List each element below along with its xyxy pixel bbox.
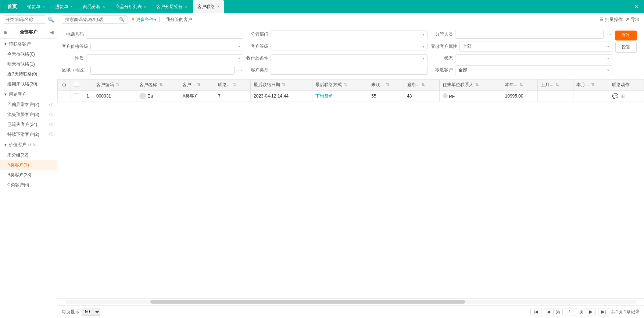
th-last-month[interactable]: 上月... ⇅ bbox=[538, 80, 573, 91]
price-level-select[interactable]: ▾ bbox=[90, 43, 243, 50]
sidebar-item-7days-contact[interactable]: 近7天待联络(0) bbox=[0, 69, 57, 79]
phone-input[interactable] bbox=[86, 30, 243, 39]
sidebar-item-class-a[interactable]: A类客户(1) bbox=[0, 160, 57, 170]
per-page-select[interactable]: 50 100 200 bbox=[82, 308, 100, 316]
sidebar-item-repurchase-anomaly[interactable]: 回购异常客户(2) ⓘ bbox=[0, 100, 57, 110]
th-type[interactable]: 客户... ⇅ bbox=[179, 80, 215, 91]
person-input[interactable] bbox=[455, 30, 604, 39]
customer-level-label: 客户等级 bbox=[246, 43, 268, 50]
th-overdue[interactable]: 逾期... ⇅ bbox=[404, 80, 440, 91]
sidebar-group-value-title[interactable]: ▼ 价值客户 ↺ ✎ bbox=[0, 139, 57, 150]
th-last-date[interactable]: 最后联络日期 ⇅ bbox=[251, 80, 312, 91]
more-conditions-button[interactable]: ▼ 更多条件 ▾ bbox=[131, 17, 156, 23]
sidebar-collapse-icon[interactable]: ◀ bbox=[50, 30, 53, 35]
export-button[interactable]: ↗ 导出 bbox=[626, 17, 640, 23]
filter-cell-status: 状态 ▾ bbox=[431, 54, 612, 62]
nav-close-product[interactable]: × bbox=[103, 5, 105, 9]
qr-icon[interactable]: ⊞ bbox=[620, 93, 625, 99]
sidebar-item-overdue-contact[interactable]: 逾期未联络(30) bbox=[0, 79, 57, 89]
edit-icon[interactable]: ✎ bbox=[32, 142, 36, 148]
grid-icon: ⊞ bbox=[4, 30, 7, 35]
last-page-button[interactable]: ▶| bbox=[598, 308, 609, 315]
sidebar-item-today-contact[interactable]: 今天待联络(0) bbox=[0, 49, 57, 59]
my-customers-checkbox[interactable]: 我分管的客户 bbox=[159, 17, 192, 23]
td-last-way[interactable]: 下销货单 bbox=[312, 91, 368, 102]
sidebar-item-churned[interactable]: 已流失客户(24) ⓘ bbox=[0, 120, 57, 130]
td-num: 1 bbox=[82, 91, 93, 102]
more-icon[interactable]: ··· bbox=[606, 32, 612, 37]
nav-product-analysis[interactable]: 商品分析 × bbox=[79, 0, 110, 13]
query-button[interactable]: 查询 bbox=[615, 31, 637, 40]
first-page-button[interactable]: |◀ bbox=[530, 308, 541, 315]
area-input[interactable] bbox=[90, 66, 235, 75]
settings-gear-icon[interactable]: ⚙ bbox=[62, 82, 67, 88]
next-page-button[interactable]: ▶ bbox=[586, 308, 596, 315]
select-all-checkbox[interactable] bbox=[74, 82, 79, 87]
nav-close-product-list[interactable]: × bbox=[144, 5, 146, 9]
status-select[interactable]: ▾ bbox=[455, 54, 612, 62]
nav-product-analysis-list[interactable]: 商品分析列表 × bbox=[111, 0, 151, 13]
prev-page-button[interactable]: ◀ bbox=[544, 308, 554, 315]
filter-row-3: 性质 ▾ 收付款条件 ▾ 状态 bbox=[62, 54, 612, 62]
nav-close-customer-tier[interactable]: × bbox=[185, 5, 187, 9]
window-close-button[interactable]: × bbox=[632, 3, 641, 10]
sidebar-item-churn-warning[interactable]: 流失预警客户(3) ⓘ bbox=[0, 110, 57, 120]
filter-search-icon[interactable]: 🔍 bbox=[119, 17, 125, 22]
nav-customer-tier[interactable]: 客户分层经营 × bbox=[152, 0, 192, 13]
payment-select[interactable]: ▾ bbox=[271, 54, 428, 62]
th-code[interactable]: 客户编码 ⇅ bbox=[93, 80, 136, 91]
nav-home[interactable]: 首页 bbox=[3, 0, 21, 13]
th-contact-action: 联络动作 bbox=[609, 80, 644, 91]
customer-type-input[interactable] bbox=[271, 66, 428, 75]
th-contacts[interactable]: 联络... ⇅ bbox=[215, 80, 251, 91]
dept-select[interactable]: ▾ bbox=[271, 31, 428, 38]
refresh-icon[interactable]: ↺ bbox=[28, 142, 32, 148]
nature-select[interactable]: ▾ bbox=[86, 54, 243, 62]
sort-icon: ⇅ bbox=[555, 82, 559, 87]
th-no-contact[interactable]: 未联... ⇅ bbox=[368, 80, 404, 91]
message-icon[interactable]: 💬 bbox=[612, 93, 618, 99]
nav-purchase-order[interactable]: 进货单 × bbox=[51, 0, 77, 13]
th-last-way[interactable]: 最后联络方式 ⇅ bbox=[312, 80, 368, 91]
nav-close-customer-contact[interactable]: × bbox=[217, 5, 219, 9]
th-this-year[interactable]: 本年... ⇅ bbox=[502, 80, 538, 91]
nav-customer-contact[interactable]: 客户联络 × bbox=[193, 0, 224, 13]
retail-attr-select[interactable]: 全部 ▾ bbox=[459, 42, 612, 52]
scrollbar-track[interactable] bbox=[65, 300, 637, 304]
sidebar-item-declining[interactable]: 持续下滑客户(2) ⓘ bbox=[0, 130, 57, 139]
nav-sales-order[interactable]: 销货单 × bbox=[23, 0, 49, 13]
sidebar-group-problem-title[interactable]: ▼ 问题客户 bbox=[0, 89, 57, 100]
customer-level-select[interactable]: ▾ bbox=[271, 43, 428, 50]
settings-button[interactable]: 设置 bbox=[615, 42, 637, 53]
nav-close-sales[interactable]: × bbox=[43, 5, 45, 9]
th-settings[interactable]: ⚙ bbox=[58, 80, 71, 91]
filter-search-input[interactable] bbox=[65, 17, 119, 22]
nav-close-purchase[interactable]: × bbox=[71, 5, 73, 9]
th-company-contact[interactable]: 往来单位联系人 ⇅ bbox=[439, 80, 502, 91]
horizontal-scrollbar[interactable] bbox=[57, 298, 644, 305]
sidebar-item-unclassified[interactable]: 未分组(32) bbox=[0, 150, 57, 160]
batch-ops-button[interactable]: ☰ 批量操作 bbox=[600, 17, 623, 23]
sidebar-search-icon[interactable]: 🔍 bbox=[48, 17, 54, 22]
th-this-month[interactable]: 本月... ⇅ bbox=[573, 80, 609, 91]
sidebar-item-class-c[interactable]: C类客户(6) bbox=[0, 180, 57, 190]
info-icon: ⓘ bbox=[49, 122, 53, 127]
filter-cell-price-level: 客户价格等级 ▾ bbox=[62, 43, 243, 50]
filter-row-2: 客户价格等级 ▾ 客户等级 ▾ 零散客户属性 bbox=[62, 42, 612, 52]
th-checkbox[interactable] bbox=[71, 80, 82, 91]
more-icon[interactable]: ··· bbox=[237, 68, 243, 73]
retail-customer-select[interactable]: 全部 ▾ bbox=[455, 65, 612, 75]
sidebar-search-input[interactable] bbox=[3, 15, 46, 24]
sidebar-item-class-b[interactable]: B类客户(33) bbox=[0, 170, 57, 180]
scrollbar-thumb[interactable] bbox=[150, 300, 465, 304]
th-name[interactable]: 客户名称 ⇅ bbox=[136, 80, 179, 91]
page-number-input[interactable] bbox=[562, 308, 577, 315]
row-checkbox[interactable] bbox=[74, 93, 79, 98]
checkbox-icon[interactable] bbox=[159, 17, 164, 22]
td-checkbox[interactable] bbox=[71, 91, 82, 102]
nature-label: 性质 bbox=[62, 55, 84, 61]
sidebar-item-tomorrow-contact[interactable]: 明天待联络(1) bbox=[0, 59, 57, 69]
sort-icon: ⇅ bbox=[233, 82, 236, 87]
footer-pagination: 每页显示 50 100 200 |◀ ◀ 第 页 ▶ ▶| 共1页 1条记录 bbox=[57, 305, 644, 318]
sidebar-group-pending-title[interactable]: ▼ 待联络客户 bbox=[0, 39, 57, 49]
